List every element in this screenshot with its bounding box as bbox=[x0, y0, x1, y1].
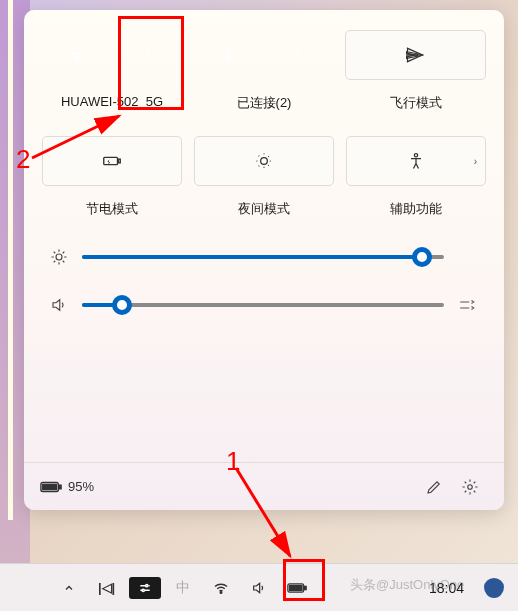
tile-row-1 bbox=[42, 30, 486, 80]
wifi-label: HUAWEI-502_5G bbox=[42, 88, 182, 112]
bluetooth-toggle[interactable] bbox=[193, 30, 262, 80]
tray-app-1[interactable]: |◁| bbox=[91, 572, 123, 604]
panel-footer: 95% bbox=[24, 462, 504, 510]
bell-icon bbox=[484, 578, 504, 598]
bluetooth-expand[interactable] bbox=[263, 30, 333, 80]
svg-point-5 bbox=[56, 254, 62, 260]
audio-output-button[interactable] bbox=[458, 296, 478, 314]
wifi-expand[interactable] bbox=[111, 30, 181, 80]
chevron-up-icon bbox=[63, 582, 75, 594]
night-mode-icon bbox=[254, 151, 274, 171]
battery-icon bbox=[287, 582, 307, 594]
wifi-icon bbox=[212, 579, 230, 597]
tray-ime[interactable]: 中 bbox=[167, 572, 199, 604]
accessibility-label: 辅助功能 bbox=[346, 194, 486, 218]
battery-saver-tile[interactable] bbox=[42, 136, 182, 186]
wifi-toggle[interactable] bbox=[42, 30, 111, 80]
battery-percent: 95% bbox=[68, 479, 94, 494]
svg-point-11 bbox=[142, 589, 144, 591]
svg-point-10 bbox=[145, 584, 147, 586]
tile-row-2: › bbox=[42, 136, 486, 186]
edit-button[interactable] bbox=[416, 469, 452, 505]
tile-labels-1: HUAWEI-502_5G 已连接(2) 飞行模式 bbox=[42, 88, 486, 112]
taskbar-clock[interactable]: 18:04 bbox=[421, 580, 472, 596]
svg-rect-15 bbox=[289, 585, 302, 590]
accessibility-icon bbox=[406, 151, 426, 171]
accessibility-tile[interactable]: › bbox=[346, 136, 486, 186]
svg-point-4 bbox=[414, 154, 417, 157]
desktop-bg-stripe bbox=[8, 0, 13, 520]
tray-wifi[interactable] bbox=[205, 572, 237, 604]
brightness-thumb[interactable] bbox=[412, 247, 432, 267]
quick-settings-panel: HUAWEI-502_5G 已连接(2) 飞行模式 › 节电模式 夜间模式 辅助… bbox=[24, 10, 504, 510]
chevron-right-icon: › bbox=[474, 156, 477, 167]
gear-icon bbox=[461, 478, 479, 496]
brightness-icon bbox=[50, 248, 68, 266]
bluetooth-icon bbox=[220, 47, 236, 63]
tray-battery[interactable] bbox=[281, 572, 313, 604]
svg-rect-2 bbox=[118, 159, 120, 163]
tile-labels-2: 节电模式 夜间模式 辅助功能 bbox=[42, 194, 486, 218]
airplane-icon bbox=[405, 45, 425, 65]
chevron-right-icon bbox=[140, 48, 154, 62]
brightness-slider-row bbox=[50, 248, 478, 266]
svg-point-0 bbox=[76, 60, 78, 62]
bluetooth-label: 已连接(2) bbox=[194, 88, 334, 112]
volume-thumb[interactable] bbox=[112, 295, 132, 315]
wifi-tile bbox=[42, 30, 181, 80]
sliders-icon bbox=[138, 581, 152, 595]
night-mode-label: 夜间模式 bbox=[194, 194, 334, 218]
battery-icon bbox=[40, 480, 62, 494]
volume-slider[interactable] bbox=[82, 303, 444, 307]
volume-icon bbox=[50, 296, 68, 314]
battery-saver-label: 节电模式 bbox=[42, 194, 182, 218]
svg-rect-1 bbox=[104, 157, 118, 164]
brightness-slider[interactable] bbox=[82, 255, 444, 259]
svg-rect-8 bbox=[43, 484, 57, 490]
svg-point-12 bbox=[220, 591, 222, 593]
taskbar: |◁| 中 18:04 bbox=[0, 563, 518, 611]
night-mode-tile[interactable] bbox=[194, 136, 334, 186]
airplane-label: 飞行模式 bbox=[346, 88, 486, 112]
airplane-tile[interactable] bbox=[345, 30, 486, 80]
wifi-icon bbox=[68, 46, 86, 64]
tray-volume[interactable] bbox=[243, 572, 275, 604]
settings-button[interactable] bbox=[452, 469, 488, 505]
speaker-icon bbox=[251, 580, 267, 596]
svg-rect-14 bbox=[304, 586, 306, 589]
bluetooth-tile bbox=[193, 30, 332, 80]
notifications-button[interactable] bbox=[478, 572, 510, 604]
tray-app-sliders[interactable] bbox=[129, 577, 161, 599]
battery-status[interactable]: 95% bbox=[40, 479, 94, 494]
brightness-fill bbox=[82, 255, 422, 259]
svg-point-3 bbox=[261, 158, 268, 165]
battery-saver-icon bbox=[101, 150, 123, 172]
svg-rect-7 bbox=[59, 485, 61, 489]
pencil-icon bbox=[425, 478, 443, 496]
tray-chevron[interactable] bbox=[53, 572, 85, 604]
volume-slider-row bbox=[50, 296, 478, 314]
svg-point-9 bbox=[468, 484, 473, 489]
chevron-right-icon bbox=[291, 48, 305, 62]
